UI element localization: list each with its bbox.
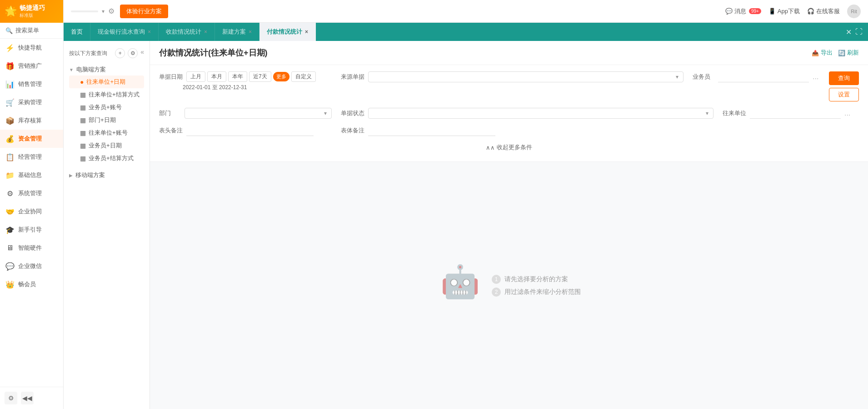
collapse-more-btn[interactable]: ∧∧ 收起更多条件	[159, 140, 859, 155]
sidebar-collapse-btn[interactable]: ◀◀	[21, 392, 34, 404]
notifications-label: 消息	[734, 7, 746, 15]
sidebar-item-sales[interactable]: 📊 销售管理	[0, 75, 63, 93]
marketing-icon: 🎁	[5, 61, 15, 71]
bill-status-arrow: ▾	[706, 110, 708, 116]
tab-home[interactable]: 首页	[64, 23, 90, 41]
topbar-company-area: ▾ ⚙	[71, 7, 115, 15]
refresh-btn[interactable]: 🔄 刷新	[838, 49, 859, 57]
collapse-panel-btn[interactable]: «	[140, 48, 144, 58]
date-btn-custom[interactable]: 自定义	[291, 71, 316, 82]
query-btn[interactable]: 查询	[829, 71, 859, 85]
tab-new-scheme[interactable]: 新建方案 ×	[215, 23, 259, 41]
scheme-item-salesman-date[interactable]: ▦ 业务员+日期	[69, 139, 144, 152]
table-body-note-label: 表体备注	[341, 126, 364, 135]
scheme-item-salesman-settle[interactable]: ▦ 业务员+结算方式	[69, 152, 144, 165]
scheme-item-label: 往来单位+账号	[89, 129, 128, 137]
topbar-gear-icon[interactable]: ⚙	[108, 7, 115, 15]
scheme-item-label: 业务员+日期	[89, 141, 122, 150]
scheme-item-dept-date[interactable]: ▦ 部门+日期	[69, 114, 144, 126]
settings-scheme-btn[interactable]: ⚙	[128, 48, 138, 58]
sidebar-item-member[interactable]: 👑 畅会员	[0, 275, 63, 293]
tab-fullscreen-btn[interactable]: ⛶	[855, 28, 863, 36]
tab-receipt-stats-close[interactable]: ×	[204, 29, 207, 35]
topbar-app-download[interactable]: 📱 App下载	[768, 7, 800, 15]
tab-payment-stats-label: 付款情况统计	[267, 28, 302, 36]
mobile-group-title[interactable]: ▶ 移动端方案	[64, 167, 150, 181]
sidebar-item-weixin[interactable]: 💬 企业微信	[0, 257, 63, 275]
tab-payment-stats-close[interactable]: ×	[305, 29, 308, 35]
mobile-group-arrow: ▶	[69, 173, 73, 178]
dept-select[interactable]: ▾	[185, 108, 332, 119]
online-service-label: 在线客服	[816, 7, 840, 15]
date-btn-this-month[interactable]: 本月	[207, 71, 226, 82]
search-icon: 🔍	[5, 27, 13, 34]
bill-status-select[interactable]: ▾	[368, 108, 713, 119]
filter-area: 单据日期 上月 本月 本年 近7天 更多 自定义 2022-01-01 至 20…	[150, 65, 868, 162]
scheme-item-label: 往来单位+日期	[86, 78, 125, 86]
salesman-more-btn[interactable]: ...	[813, 73, 818, 81]
sidebar-item-quick-nav[interactable]: ⚡ 快捷导航	[0, 39, 63, 57]
cooperation-icon: 🤝	[5, 207, 15, 216]
topbar-user-area[interactable]: Rit	[847, 5, 861, 18]
empty-tips: 1 请先选择要分析的方案 2 用过滤条件来缩小分析范围	[492, 275, 581, 297]
scheme-item-counterpart-settle[interactable]: ▦ 往来单位+结算方式	[69, 88, 144, 101]
sidebar-item-operation[interactable]: 📋 经营管理	[0, 148, 63, 166]
finance-icon: 💰	[5, 134, 15, 143]
sidebar-item-system[interactable]: ⚙ 系统管理	[0, 184, 63, 202]
topbar: ▾ ⚙ 体验行业方案 💬 消息 99+ 📱 App下载 🎧 在线客服 Rit	[64, 0, 868, 23]
counterpart-more-btn[interactable]: ...	[844, 109, 850, 117]
table-header-note-input[interactable]	[186, 125, 314, 136]
date-btn-more[interactable]: 更多	[273, 72, 289, 81]
sidebar-item-label: 采购管理	[18, 98, 42, 106]
tab-receipt-stats[interactable]: 收款情况统计 ×	[159, 23, 215, 41]
sidebar-item-inventory[interactable]: 📦 库存核算	[0, 111, 63, 130]
source-bill-select[interactable]: ▾	[368, 71, 683, 82]
sidebar-nav: ⚡ 快捷导航 🎁 营销推广 📊 销售管理 🛒 采购管理 📦 库存核算 💰 资金管…	[0, 39, 63, 387]
tab-bank-flow[interactable]: 现金银行流水查询 ×	[90, 23, 159, 41]
add-scheme-btn[interactable]: +	[115, 48, 125, 58]
sidebar-item-label: 企业微信	[18, 262, 42, 270]
tab-close-all-btn[interactable]: ✕	[846, 28, 852, 36]
tab-new-scheme-close[interactable]: ×	[249, 29, 252, 35]
counterpart-label: 往来单位	[723, 109, 746, 117]
sidebar-search-btn[interactable]: 🔍 搜索菜单	[0, 23, 63, 39]
source-bill-arrow: ▾	[676, 74, 678, 80]
tab-new-scheme-label: 新建方案	[222, 28, 246, 36]
tab-bank-flow-close[interactable]: ×	[148, 29, 151, 35]
trial-btn[interactable]: 体验行业方案	[120, 5, 168, 18]
salesman-input[interactable]	[718, 71, 809, 82]
counterpart-input[interactable]	[750, 108, 841, 119]
topbar-notifications[interactable]: 💬 消息 99+	[725, 7, 761, 15]
collapse-more-label: 收起更多条件	[497, 143, 532, 151]
export-label: 导出	[821, 49, 833, 57]
export-btn[interactable]: 📤 导出	[812, 49, 833, 57]
topbar-dropdown-arrow[interactable]: ▾	[102, 8, 105, 15]
sidebar-item-marketing[interactable]: 🎁 营销推广	[0, 57, 63, 75]
scheme-item-counterpart-date[interactable]: ● 往来单位+日期	[69, 76, 144, 88]
sidebar-item-guide[interactable]: 🎓 新手引导	[0, 221, 63, 239]
date-btn-this-year[interactable]: 本年	[228, 71, 247, 82]
scheme-item-salesman-account[interactable]: ▦ 业务员+账号	[69, 101, 144, 114]
table-body-note-input[interactable]	[368, 125, 495, 136]
sidebar-item-hardware[interactable]: 🖥 智能硬件	[0, 239, 63, 257]
desktop-group-title[interactable]: ▼ 电脑端方案	[69, 64, 144, 76]
topbar-company-name	[71, 10, 98, 12]
sidebar-settings-btn[interactable]: ⚙	[5, 392, 17, 404]
sidebar-item-basic[interactable]: 📁 基础信息	[0, 166, 63, 184]
setting-btn[interactable]: 设置	[829, 88, 859, 101]
sidebar-item-cooperation[interactable]: 🤝 企业协同	[0, 202, 63, 221]
app-download-label: App下载	[778, 7, 800, 15]
topbar-online-service[interactable]: 🎧 在线客服	[807, 7, 840, 15]
page-header: 付款情况统计(往来单位+日期) 📤 导出 🔄 刷新	[150, 41, 868, 65]
tab-payment-stats[interactable]: 付款情况统计 ×	[259, 23, 316, 41]
operation-icon: 📋	[5, 152, 15, 162]
member-icon: 👑	[5, 280, 15, 289]
date-btn-7days[interactable]: 近7天	[249, 71, 271, 82]
date-btn-last-month[interactable]: 上月	[186, 71, 205, 82]
scheme-item-counterpart-account[interactable]: ▦ 往来单位+账号	[69, 126, 144, 139]
left-panel: 按以下方案查询 + ⚙ « ▼ 电脑端方案 ● 往来单位+日期 ▦	[64, 41, 150, 409]
sidebar-item-finance[interactable]: 💰 资金管理	[0, 130, 63, 148]
sidebar-item-purchase[interactable]: 🛒 采购管理	[0, 93, 63, 111]
empty-tip-1: 1 请先选择要分析的方案	[492, 275, 581, 284]
sidebar-item-label: 智能硬件	[18, 244, 42, 252]
